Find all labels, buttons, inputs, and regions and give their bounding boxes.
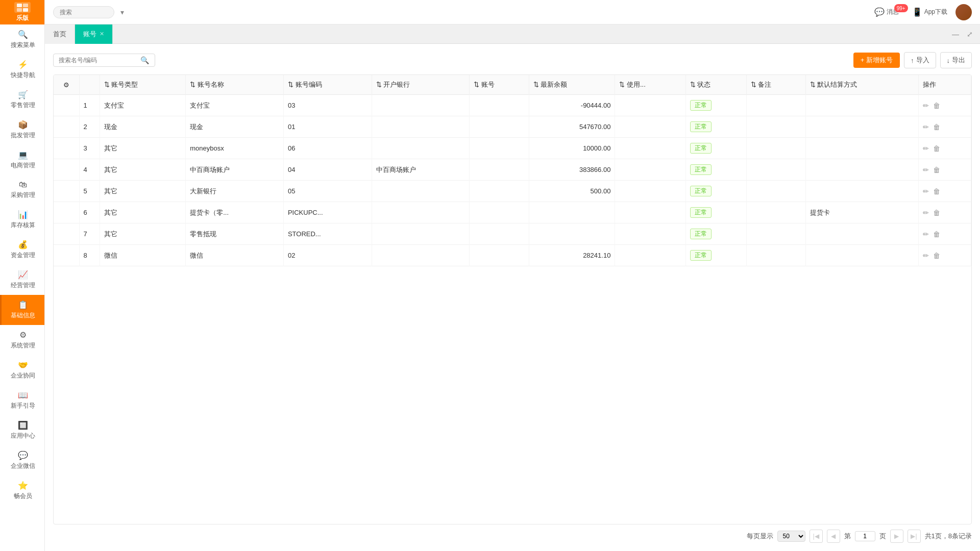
col-usage-label: 使用...	[627, 81, 646, 88]
col-default-payment[interactable]: ⇅ 默认结算方式	[805, 75, 918, 95]
delete-icon[interactable]: 🗑	[933, 144, 940, 153]
sidebar-item-purchase[interactable]: 🛍 采购管理	[0, 175, 44, 205]
col-name[interactable]: ⇅ 账号名称	[186, 75, 284, 95]
page-prefix-label: 第	[844, 532, 851, 541]
col-name-label: 账号名称	[198, 81, 224, 88]
sidebar-item-wholesale[interactable]: 📦 批发管理	[0, 115, 44, 145]
last-page-button[interactable]: ▶|	[908, 530, 921, 543]
col-index	[79, 75, 100, 95]
first-page-button[interactable]: |◀	[810, 530, 823, 543]
edit-icon[interactable]: ✏	[923, 144, 929, 153]
col-status[interactable]: ⇅ 状态	[685, 75, 746, 95]
add-account-button[interactable]: + 新增账号	[853, 53, 900, 68]
col-balance-label: 最新余额	[541, 81, 567, 88]
edit-icon[interactable]: ✏	[923, 166, 929, 174]
tab-account[interactable]: 账号 ✕	[75, 24, 113, 44]
col-usage[interactable]: ⇅ 使用...	[615, 75, 685, 95]
row-bank	[372, 138, 470, 159]
delete-icon[interactable]: 🗑	[933, 187, 940, 195]
row-balance	[529, 223, 615, 245]
delete-icon[interactable]: 🗑	[933, 166, 940, 174]
row-account	[470, 159, 529, 181]
row-status: 正常	[685, 116, 746, 138]
sidebar-item-ecommerce[interactable]: 💻 电商管理	[0, 145, 44, 175]
svg-rect-1	[23, 4, 28, 7]
tabbar: 首页 账号 ✕ — ⤢	[45, 24, 980, 44]
table-row: 7 其它 零售抵现 STORED... 正常 ✏ 🗑	[54, 223, 971, 245]
prev-page-button[interactable]: ◀	[827, 530, 840, 543]
window-minimize-button[interactable]: —	[949, 28, 962, 40]
delete-icon[interactable]: 🗑	[933, 230, 940, 238]
col-type-label: 账号类型	[111, 81, 138, 88]
col-remark[interactable]: ⇅ 备注	[746, 75, 805, 95]
page-number-input[interactable]	[855, 531, 875, 541]
edit-icon[interactable]: ✏	[923, 123, 929, 131]
sidebar-item-finance[interactable]: 💰 资金管理	[0, 235, 44, 265]
sidebar-item-search[interactable]: 🔍 搜索菜单	[0, 24, 44, 55]
export-button[interactable]: ↓ 导出	[940, 52, 972, 68]
row-default-payment	[805, 95, 918, 116]
sidebar-item-operations[interactable]: 📈 经营管理	[0, 265, 44, 295]
delete-icon[interactable]: 🗑	[933, 209, 940, 217]
sidebar-item-quicknav[interactable]: ⚡ 快捷导航	[0, 55, 44, 85]
ecommerce-icon: 💻	[18, 150, 28, 160]
sidebar-item-label: 系统管理	[11, 341, 35, 350]
sidebar-item-wechat[interactable]: 💬 企业微信	[0, 445, 44, 475]
col-account[interactable]: ⇅ 账号	[470, 75, 529, 95]
row-index: 3	[79, 138, 100, 159]
delete-icon[interactable]: 🗑	[933, 252, 940, 260]
topbar-message[interactable]: 💬 消息 99+	[874, 7, 904, 17]
search-input[interactable]	[59, 57, 140, 64]
status-badge: 正常	[690, 121, 712, 132]
sidebar-item-label: 畅会员	[14, 492, 32, 500]
row-balance	[529, 202, 615, 223]
sidebar-item-enterprise[interactable]: 🤝 企业协同	[0, 355, 44, 385]
sidebar-item-retail[interactable]: 🛒 零售管理	[0, 85, 44, 115]
sidebar-item-system[interactable]: ⚙ 系统管理	[0, 325, 44, 355]
sidebar-item-member[interactable]: ⭐ 畅会员	[0, 475, 44, 506]
row-actions: ✏ 🗑	[919, 202, 971, 223]
row-type: 其它	[100, 181, 186, 202]
sidebar-item-label: 企业微信	[11, 462, 35, 470]
table-header-row: ⚙ ⇅ 账号类型 ⇅ 账号名称 ⇅ 账号编码	[54, 75, 971, 95]
sidebar-item-guide[interactable]: 📖 新手引导	[0, 385, 44, 415]
table-row: 8 微信 微信 02 28241.10 正常 ✏ 🗑	[54, 245, 971, 266]
tab-home[interactable]: 首页	[45, 24, 75, 44]
sidebar-item-inventory[interactable]: 📊 库存核算	[0, 205, 44, 235]
search-menu-icon: 🔍	[18, 30, 28, 39]
col-settings[interactable]: ⚙	[54, 75, 79, 95]
import-button[interactable]: ↑ 导入	[904, 52, 936, 68]
per-page-select[interactable]: 50 100 200	[777, 531, 805, 542]
col-bank[interactable]: ⇅ 开户银行	[372, 75, 470, 95]
topbar-app-download[interactable]: 📱 App下载	[912, 7, 947, 17]
edit-icon[interactable]: ✏	[923, 102, 929, 110]
topbar-dropdown-icon[interactable]: ▾	[120, 8, 124, 16]
page-suffix-label: 页	[879, 532, 886, 541]
sidebar-item-basic-info[interactable]: 📋 基础信息	[0, 295, 44, 325]
edit-icon[interactable]: ✏	[923, 252, 929, 260]
tab-close-icon[interactable]: ✕	[100, 31, 104, 37]
row-usage	[615, 223, 685, 245]
purchase-icon: 🛍	[19, 180, 27, 189]
edit-icon[interactable]: ✏	[923, 230, 929, 238]
topbar-right: 💬 消息 99+ 📱 App下载	[874, 4, 972, 20]
action-icons: ✏ 🗑	[923, 209, 967, 217]
topbar-search-input[interactable]	[53, 6, 114, 18]
next-page-button[interactable]: ▶	[890, 530, 903, 543]
col-status-label: 状态	[697, 81, 710, 88]
topbar-avatar[interactable]	[955, 4, 972, 20]
delete-icon[interactable]: 🗑	[933, 123, 940, 131]
col-balance[interactable]: ⇅ 最新余额	[529, 75, 615, 95]
app-download-label: App下载	[924, 8, 947, 16]
guide-icon: 📖	[18, 390, 28, 400]
topbar-left: ▾	[53, 6, 124, 18]
col-code[interactable]: ⇅ 账号编码	[283, 75, 372, 95]
search-icon[interactable]: 🔍	[140, 56, 149, 64]
row-actions: ✏ 🗑	[919, 181, 971, 202]
window-maximize-button[interactable]: ⤢	[964, 28, 976, 40]
col-type[interactable]: ⇅ 账号类型	[100, 75, 186, 95]
edit-icon[interactable]: ✏	[923, 209, 929, 217]
delete-icon[interactable]: 🗑	[933, 102, 940, 110]
edit-icon[interactable]: ✏	[923, 187, 929, 195]
sidebar-item-appcenter[interactable]: 🔲 应用中心	[0, 415, 44, 445]
